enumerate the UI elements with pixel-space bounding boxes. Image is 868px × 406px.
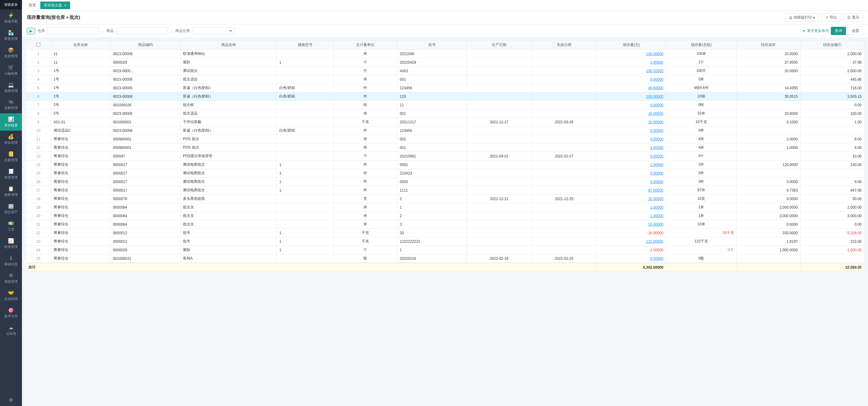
table-row[interactable]: 3 1号 0023-0000... 测试批次 斤 A001 100.00000 …	[26, 67, 864, 75]
table-row[interactable]: 8 2号 0023-00005 批次适品 米 001 10.00000 10米 …	[26, 109, 864, 118]
row-spec: 1	[277, 186, 334, 195]
home-tab[interactable]: 首页	[26, 2, 39, 9]
row-qty-main[interactable]: 2.00000	[597, 161, 666, 169]
sidebar-item-ecom[interactable]: 💻 电商管理	[0, 79, 22, 96]
tab-close-icon[interactable]: ✕	[64, 4, 66, 7]
row-warehouse: 11	[51, 49, 111, 58]
row-qty-main[interactable]: 0.00000	[597, 101, 666, 109]
row-num: 5	[26, 84, 51, 92]
row-qty-main[interactable]: 10.00000	[597, 195, 666, 203]
row-qty-main[interactable]: 1.00000	[597, 203, 666, 212]
row-qty-main[interactable]: 100.00000	[597, 67, 666, 75]
print-button[interactable]: 🖨 按模版打印 ▾	[785, 13, 819, 22]
row-qty-group: 4组9.6件	[666, 84, 736, 92]
sidebar-item-purchase[interactable]: 🛍 采购管理	[0, 96, 22, 113]
filter-toggle-button[interactable]: ▶	[27, 28, 35, 34]
sidebar-search[interactable]: 搜索菜单	[0, 0, 22, 9]
row-qty-main[interactable]: 4.00000	[597, 143, 666, 152]
sidebar-item-assets[interactable]: 🏢 固定资产	[0, 200, 22, 217]
table-row[interactable]: 16 菁睿综仓 0000017 测试电商批次 1 件 0003 3.00000 …	[26, 177, 864, 186]
sidebar-item-smallecom[interactable]: 🛒 小融电商	[0, 62, 22, 79]
row-name: 富诚（白色/奶棕）	[180, 126, 277, 135]
search-button[interactable]: 查询	[831, 27, 846, 35]
table-row[interactable]: 9 A01-01 001000001 子件估算颖 千克 20211217 202…	[26, 118, 864, 126]
sidebar-item-wholesale[interactable]: 📦 批发管理	[0, 44, 22, 62]
settings-button[interactable]: 设置	[848, 27, 863, 35]
row-qty-main[interactable]: 0.00000	[597, 169, 666, 177]
table-row[interactable]: 5 1号 0023-00005 富诚（白色/奶棕） 白色/奶棕 件 123456…	[26, 84, 864, 92]
table-row[interactable]: 6 1号 0023-00008 富诚（白色/奶棕） 白色/奶棕 件 123 10…	[26, 92, 864, 101]
row-qty-main[interactable]: 49.60000	[597, 84, 666, 92]
table-row[interactable]: 11 菁睿综仓 000900001 POS 批次 米 002 4.00000 4…	[26, 135, 864, 143]
table-row[interactable]: 18 菁睿综仓 0000078 多头黑色纹线 支 2 2021-12-21 20…	[26, 195, 864, 203]
sidebar-item-retail[interactable]: 🏪 零售管理	[0, 27, 22, 44]
row-qty-main[interactable]: 4.00000	[597, 135, 666, 143]
row-qty-main[interactable]: 122.00000	[597, 237, 666, 246]
row-qty-main[interactable]: 0.00000	[597, 254, 666, 263]
sidebar-item-cloud[interactable]: ☁ 云应用	[0, 322, 22, 339]
row-qty-main[interactable]: 87.00000	[597, 186, 666, 195]
row-batch: 001	[397, 143, 467, 152]
table-row[interactable]: 20 菁睿综仓 0000084 批次次 米 2 1.00000 1米 3,000…	[26, 212, 864, 220]
sidebar-item-basic[interactable]: ℹ 基础信息	[0, 252, 22, 270]
table-row[interactable]: 10 测试适品2 0023-00008 富诚（白色/奶棕） 白色/奶棕 件 12…	[26, 126, 864, 135]
row-exp-date: 2021-12-25	[532, 195, 597, 203]
toggle-button[interactable]: ☰ 显示	[843, 13, 863, 22]
row-qty-main[interactable]: 100.00000	[597, 92, 666, 101]
row-batch: 2	[397, 195, 467, 203]
select-all-checkbox[interactable]	[36, 43, 40, 46]
row-qty-main[interactable]: 10.00000	[597, 109, 666, 118]
row-cost: 2.0000	[737, 135, 801, 143]
table-row[interactable]: 1 11 0023-00009 软顶通用钠坛 米 2021098 100.000…	[26, 49, 864, 58]
row-exp-date	[532, 177, 597, 186]
expand-conditions-button[interactable]: ▼ 展开更多条件	[802, 28, 829, 34]
main-content: 首页 库存批次盘 ✕ 现存量查询(按仓库＋批次) 🖨 按模版打印 ▾ ↗ 导出	[22, 0, 868, 406]
table-row[interactable]: 19 菁睿综仓 0000084 批次次 米 1 1.00000 1米 2,000…	[26, 203, 864, 212]
product-input[interactable]	[116, 27, 167, 35]
sidebar-item-system[interactable]: ⚙ 系统管理	[0, 270, 22, 287]
sidebar-item-quicknav[interactable]: ⚡ 快捷导航	[0, 9, 22, 27]
sidebar-item-operations[interactable]: 📈 经营管理	[0, 235, 22, 252]
table-row[interactable]: 2 11 0000029 展际 1 个 20220429 1.00000 1个 …	[26, 58, 864, 67]
col-checkbox[interactable]	[26, 40, 51, 49]
sidebar-item-ledger[interactable]: 📒 总账管理	[0, 148, 22, 165]
sidebar-item-inventory[interactable]: 📊 库存核算	[0, 113, 22, 131]
row-qty-main[interactable]: 0.00000	[597, 152, 666, 161]
category-select[interactable]	[192, 27, 235, 35]
gear-button[interactable]: ⚙	[0, 394, 22, 406]
row-qty-main[interactable]: 10.00000	[597, 220, 666, 229]
table-row[interactable]: 21 菁睿综仓 0000084 批次次 米 3 10.00000 10米 0.0…	[26, 220, 864, 229]
sidebar-item-invoice[interactable]: 🧾 发票管理	[0, 165, 22, 183]
row-amount: 240.00	[800, 161, 864, 169]
row-qty-main[interactable]: 3.00000	[597, 177, 666, 186]
sidebar-item-collab[interactable]: 🤝 企业协同	[0, 287, 22, 304]
row-unit: 米	[334, 203, 397, 212]
table-row[interactable]: 12 菁睿综仓 000900001 POS 批次 米 001 4.00000 4…	[26, 143, 864, 152]
table-row[interactable]: 7 2号 001000026 批次框 吨 11 0.00000 0吨 0.00	[26, 101, 864, 109]
row-batch: 1	[397, 246, 467, 254]
table-row[interactable]: 24 菁睿综仓 0000029 展际 1 个 1 -1.00000 -1个 1,…	[26, 246, 864, 254]
table-row[interactable]: 15 菁睿综仓 0000017 测试电商批次 1 件 210423 0.0000…	[26, 169, 864, 177]
table-row[interactable]: 22 菁睿综仓 0000012 批号 1 千克 33 -16.00000 -16…	[26, 229, 864, 237]
row-qty-main[interactable]: 1.00000	[597, 58, 666, 67]
row-warehouse: 菁睿综仓	[51, 254, 111, 263]
row-qty-group: 1个	[666, 58, 736, 67]
export-button[interactable]: ↗ 导出	[822, 13, 841, 22]
active-tab[interactable]: 库存批次盘 ✕	[40, 2, 70, 9]
table-row[interactable]: 17 菁睿综仓 0000017 测试电商批次 1 件 1111 87.00000…	[26, 186, 864, 195]
warehouse-input[interactable]	[47, 27, 98, 35]
sidebar-item-finance[interactable]: 💰 资金管理	[0, 131, 22, 148]
table-row[interactable]: 4 1号 0023-00005 批次适品 米 001 0.00000 0米 44…	[26, 75, 864, 84]
sidebar-item-payroll[interactable]: 💵 工资	[0, 217, 22, 235]
table-row[interactable]: 25 菁睿综仓 001000031 鱼饲A 瓶 20220216 2022-02…	[26, 254, 864, 263]
table-row[interactable]: 14 菁睿综仓 0000017 测试电商批次 1 件 0001 2.00000 …	[26, 161, 864, 169]
row-qty-main[interactable]: 100.00000	[597, 49, 666, 58]
row-qty-main[interactable]: 1.00000	[597, 212, 666, 220]
row-qty-main[interactable]: 0.00000	[597, 75, 666, 84]
row-qty-main[interactable]: 10.00000	[597, 118, 666, 126]
sidebar-item-guide[interactable]: 🎯 新手引导	[0, 304, 22, 322]
table-row[interactable]: 13 菁睿综仓 000097 POS显示率保异常 个 20210901 2021…	[26, 152, 864, 161]
row-qty-main[interactable]: 0.00000	[597, 126, 666, 135]
table-row[interactable]: 23 菁睿综仓 0000012 批号 1 千克 1222222222 122.0…	[26, 237, 864, 246]
sidebar-item-tax[interactable]: 📋 税务管理	[0, 183, 22, 200]
